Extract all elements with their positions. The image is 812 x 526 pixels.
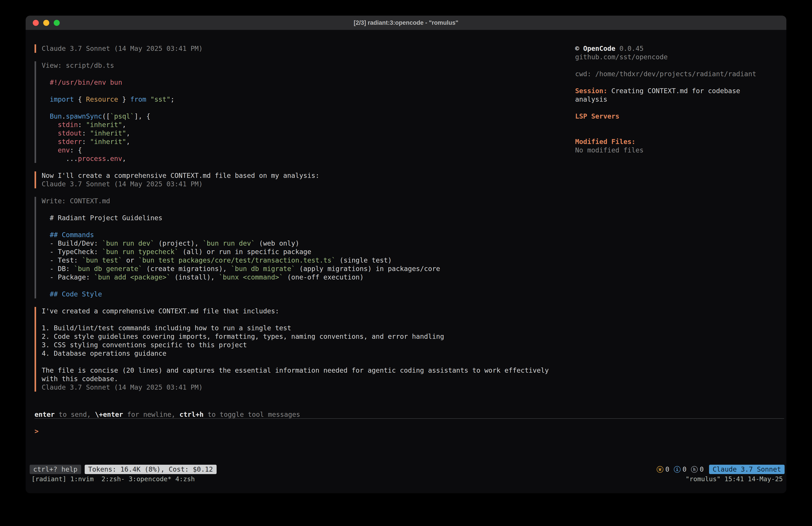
chat-line: - TypeCheck: `bun run typecheck` (all) o…	[42, 247, 575, 256]
chat-line: - Build/Dev: `bun run dev` (project), `b…	[42, 239, 575, 247]
chat-line	[42, 222, 575, 231]
chat-line	[42, 282, 575, 290]
chat-line: Claude 3.7 Sonnet (14 May 2025 03:41 PM)	[42, 180, 575, 188]
chat-line	[42, 315, 575, 324]
chat-line	[42, 358, 575, 366]
input-divider	[34, 418, 784, 419]
repo-link[interactable]: github.com/sst/opencode	[575, 53, 771, 61]
chat-line: I've created a comprehensive CONTEXT.md …	[42, 307, 575, 315]
assistant-message-2: I've created a comprehensive CONTEXT.md …	[34, 307, 575, 392]
tool-write-context: Write: CONTEXT.md # Radiant Project Guid…	[34, 197, 575, 298]
status-bar: ctrl+? help Tokens: 16.4K (8%), Cost: $0…	[30, 465, 785, 474]
chat-line	[42, 104, 575, 112]
chat-line	[42, 70, 575, 78]
chat-line: Claude 3.7 Sonnet (14 May 2025 03:41 PM)	[42, 44, 575, 53]
traffic-lights	[33, 16, 60, 30]
terminal-window: [2/3] radiant:3:opencode - "romulus" Cla…	[26, 16, 786, 493]
chat-line: ## Code Style	[42, 290, 575, 298]
diagnostic-h-icon: h	[691, 466, 698, 473]
tokens-cost-chip: Tokens: 16.4K (8%), Cost: $0.12	[85, 465, 217, 474]
chat-line: - Test: `bun test` or `bun test packages…	[42, 256, 575, 265]
chat-line: - DB: `bun db generate` (create migratio…	[42, 265, 575, 273]
modified-files-header: Modified Files:	[575, 138, 771, 146]
tmux-statusline: [radiant] 1:nvim 2:zsh- 3:opencode* 4:zs…	[31, 475, 783, 483]
cwd-path: cwd: /home/thdxr/dev/projects/radiant/ra…	[575, 70, 771, 78]
chat-line: 3. CSS styling conventions specific to t…	[42, 341, 575, 349]
chat-line: env: {	[42, 146, 575, 155]
tool-view-script-db: View: script/db.ts #!/usr/bin/env bun im…	[34, 61, 575, 163]
copyright-icon: ©	[575, 45, 579, 52]
prompt-symbol: >	[34, 427, 39, 435]
chat-line	[42, 87, 575, 95]
tmux-window-list[interactable]: [radiant] 1:nvim 2:zsh- 3:opencode* 4:zs…	[31, 475, 195, 483]
session-label: Session:	[575, 87, 607, 95]
status-right: W0i0h0 Claude 3.7 Sonnet	[657, 465, 785, 474]
diagnostic-count: 0	[683, 465, 686, 474]
chat-line: View: script/db.ts	[42, 61, 575, 70]
modified-files-empty: No modified files	[575, 146, 771, 155]
window-titlebar[interactable]: [2/3] radiant:3:opencode - "romulus"	[26, 16, 786, 30]
assistant-message-1: Now I'll create a comprehensive CONTEXT.…	[34, 171, 575, 188]
tui-body: Claude 3.7 Sonnet (14 May 2025 03:41 PM)…	[26, 30, 786, 400]
chat-line: with this codebase.	[42, 375, 575, 383]
keybind-help: enter to send, \+enter for newline, ctrl…	[34, 410, 300, 419]
session-info: Session: Creating CONTEXT.md for codebas…	[575, 87, 771, 104]
chat-line: Bun.spawnSync([`psql`], {	[42, 112, 575, 120]
chat-area[interactable]: Claude 3.7 Sonnet (14 May 2025 03:41 PM)…	[34, 44, 575, 400]
diagnostic-h: h0	[691, 465, 704, 474]
window-title: [2/3] radiant:3:opencode - "romulus"	[354, 19, 458, 26]
chat-line: #!/usr/bin/env bun	[42, 78, 575, 87]
chat-line: stdout: "inherit",	[42, 129, 575, 138]
chat-line: 1. Build/lint/test commands including ho…	[42, 324, 575, 332]
chat-line	[42, 205, 575, 214]
terminal-content: Claude 3.7 Sonnet (14 May 2025 03:41 PM)…	[26, 30, 786, 493]
chat-line: Now I'll create a comprehensive CONTEXT.…	[42, 171, 575, 180]
chat-line: 4. Database operations guidance	[42, 349, 575, 358]
tmux-session-time: "romulus" 15:41 14-May-25	[686, 475, 783, 483]
help-shortcut-chip[interactable]: ctrl+? help	[30, 465, 81, 474]
prompt-input[interactable]: >	[34, 427, 39, 436]
chat-line: The file is concise (20 lines) and captu…	[42, 366, 575, 375]
chat-line: 2. Code style guidelines covering import…	[42, 332, 575, 341]
chat-line: Claude 3.7 Sonnet (14 May 2025 03:41 PM)	[42, 383, 575, 392]
lsp-diagnostics: W0i0h0	[657, 465, 704, 474]
model-chip[interactable]: Claude 3.7 Sonnet	[709, 465, 785, 474]
chat-line: ## Commands	[42, 231, 575, 239]
sidebar: © OpenCode 0.0.45 github.com/sst/opencod…	[575, 44, 771, 400]
close-window-button[interactable]	[33, 20, 39, 26]
app-name: OpenCode	[583, 45, 615, 52]
diagnostic-W-icon: W	[657, 466, 663, 473]
zoom-window-button[interactable]	[54, 20, 60, 26]
chat-line: stderr: "inherit",	[42, 138, 575, 146]
minimize-window-button[interactable]	[43, 20, 49, 26]
diagnostic-count: 0	[700, 465, 704, 474]
diagnostic-count: 0	[665, 465, 669, 474]
diagnostic-W: W0	[657, 465, 669, 474]
lsp-servers-header: LSP Servers	[575, 112, 771, 120]
diagnostic-i-icon: i	[674, 466, 681, 473]
chat-line: Write: CONTEXT.md	[42, 197, 575, 205]
chat-line: # Radiant Project Guidelines	[42, 214, 575, 222]
assistant-header-1: Claude 3.7 Sonnet (14 May 2025 03:41 PM)	[34, 44, 575, 53]
app-version: 0.0.45	[620, 45, 643, 52]
chat-line: - Package: `bun add <package>` (install)…	[42, 273, 575, 282]
app-brand: © OpenCode 0.0.45	[575, 44, 771, 53]
chat-line: stdin: "inherit",	[42, 120, 575, 129]
chat-line: import { Resource } from "sst";	[42, 95, 575, 104]
diagnostic-i: i0	[674, 465, 686, 474]
chat-line: ...process.env,	[42, 155, 575, 163]
